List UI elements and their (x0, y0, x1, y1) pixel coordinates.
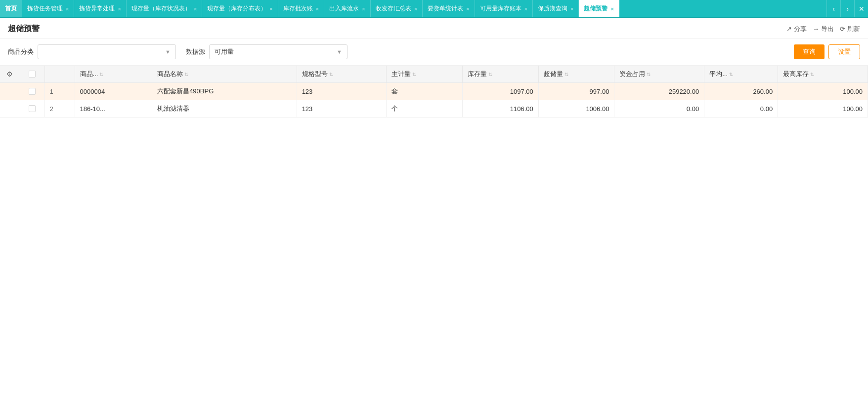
tab-available-account[interactable]: 可用量库存账本 × (475, 0, 533, 18)
chevron-down-icon: ▼ (337, 49, 342, 55)
tab-inout-flow[interactable]: 出入库流水 × (324, 0, 370, 18)
th-overstock[interactable]: 超储量 ⇅ (538, 66, 614, 83)
tab-abnormal-processing[interactable]: 拣货异常处理 × (74, 0, 126, 18)
close-icon[interactable]: × (414, 6, 417, 12)
close-icon[interactable]: × (269, 6, 272, 12)
header-actions: ↗ 分享 → 导出 ⟳ 刷新 (786, 25, 860, 34)
close-icon[interactable]: × (66, 6, 69, 12)
table-row: 2 186-10... 机油滤清器 123 个 1106.00 1006.00 … (0, 100, 868, 118)
filter-buttons: 查询 设置 (794, 44, 860, 59)
close-icon[interactable]: × (524, 6, 527, 12)
close-icon[interactable]: × (362, 6, 365, 12)
sort-icon: ⇅ (412, 72, 416, 77)
share-icon: ↗ (786, 25, 792, 33)
page-title: 超储预警 (8, 24, 40, 34)
row-product-code: 186-10... (75, 100, 152, 118)
settings-icon[interactable]: ⚙ (6, 70, 13, 78)
sort-icon: ⇅ (647, 72, 651, 77)
page-content: 超储预警 ↗ 分享 → 导出 ⟳ 刷新 商品分类 ▼ 数据源 (0, 18, 868, 395)
tab-overstock-warning[interactable]: 超储预警 × (579, 0, 619, 18)
tab-stock-status[interactable]: 现存量（库存状况表） × (127, 0, 202, 18)
close-icon[interactable]: × (118, 6, 121, 12)
nav-home[interactable]: 首页 (0, 0, 22, 18)
category-filter-group: 商品分类 ▼ (8, 44, 176, 59)
tab-shelf-life[interactable]: 保质期查询 × (533, 0, 579, 18)
th-avg[interactable]: 平均... ⇅ (704, 66, 778, 83)
row-checkbox-cell[interactable] (20, 100, 44, 118)
th-unit[interactable]: 主计量 ⇅ (387, 66, 463, 83)
th-settings[interactable]: ⚙ (0, 66, 20, 83)
category-select[interactable]: ▼ (38, 44, 176, 59)
tab-collect-summary[interactable]: 收发存汇总表 × (371, 0, 423, 18)
nav-close-button[interactable]: ✕ (854, 0, 868, 18)
close-icon[interactable]: × (570, 6, 573, 12)
row-maxstock: 100.00 (778, 100, 868, 118)
sort-icon: ⇅ (184, 72, 188, 77)
sort-icon: ⇅ (488, 72, 492, 77)
row-maxstock: 100.00 (778, 83, 868, 100)
sort-icon: ⇅ (729, 72, 733, 77)
row-product-name: 机油滤清器 (152, 100, 297, 118)
tab-picker-tasks[interactable]: 拣货任务管理 × (22, 0, 74, 18)
sort-icon: ⇅ (99, 72, 103, 77)
row-spec: 123 (297, 100, 387, 118)
nav-arrows: ‹ › ✕ (826, 0, 868, 18)
row-checkbox-cell[interactable] (20, 83, 44, 100)
share-button[interactable]: ↗ 分享 (786, 25, 807, 34)
row-product-code: 0000004 (75, 83, 152, 100)
category-label: 商品分类 (8, 47, 34, 56)
datasource-value: 可用量 (215, 47, 234, 56)
sort-icon: ⇅ (564, 72, 568, 77)
nav-next-button[interactable]: › (840, 0, 854, 18)
row-settings-cell (0, 100, 20, 118)
datasource-filter-group: 数据源 可用量 ▼ (186, 44, 347, 59)
table-container: ⚙ 商品... ⇅ (0, 66, 868, 118)
row-unit: 套 (387, 83, 463, 100)
close-icon[interactable]: × (610, 6, 613, 12)
nav-prev-button[interactable]: ‹ (826, 0, 840, 18)
row-capital: 259220.00 (614, 83, 704, 100)
row-number: 1 (44, 83, 75, 100)
export-button[interactable]: → 导出 (813, 25, 834, 34)
sort-icon: ⇅ (810, 72, 814, 77)
row-number: 2 (44, 100, 75, 118)
tab-requisition-stats[interactable]: 要货单统计表 × (423, 0, 475, 18)
filter-area: 商品分类 ▼ 数据源 可用量 ▼ 查询 设置 (0, 39, 868, 66)
row-unit: 个 (387, 100, 463, 118)
row-checkbox[interactable] (29, 105, 36, 112)
sort-icon: ⇅ (329, 72, 333, 77)
refresh-icon: ⟳ (840, 25, 845, 33)
refresh-button[interactable]: ⟳ 刷新 (840, 25, 860, 34)
close-icon[interactable]: × (466, 6, 469, 12)
th-capital[interactable]: 资金占用 ⇅ (614, 66, 704, 83)
tab-batch-account[interactable]: 库存批次账 × (278, 0, 324, 18)
page-header: 超储预警 ↗ 分享 → 导出 ⟳ 刷新 (0, 18, 868, 39)
row-capital: 0.00 (614, 100, 704, 118)
row-stock: 1106.00 (463, 100, 539, 118)
th-num (44, 66, 75, 83)
th-product-code[interactable]: 商品... ⇅ (75, 66, 152, 83)
row-settings-cell (0, 83, 20, 100)
tab-stock-distribution[interactable]: 现存量（库存分布表） × (202, 0, 278, 18)
data-table: ⚙ 商品... ⇅ (0, 66, 868, 118)
th-maxstock[interactable]: 最高库存 ⇅ (778, 66, 868, 83)
query-button[interactable]: 查询 (794, 44, 825, 59)
row-product-name: 六配套新昌490BPG (152, 83, 297, 100)
header-checkbox[interactable] (29, 71, 36, 78)
close-icon[interactable]: × (194, 6, 197, 12)
row-spec: 123 (297, 83, 387, 100)
close-icon[interactable]: × (316, 6, 319, 12)
th-checkbox[interactable] (20, 66, 44, 83)
table-header-row: ⚙ 商品... ⇅ (0, 66, 868, 83)
row-overstock: 997.00 (538, 83, 614, 100)
th-stock[interactable]: 库存量 ⇅ (463, 66, 539, 83)
th-spec[interactable]: 规格型号 ⇅ (297, 66, 387, 83)
th-product-name[interactable]: 商品名称 ⇅ (152, 66, 297, 83)
chevron-down-icon: ▼ (165, 49, 171, 55)
table-row: 1 0000004 六配套新昌490BPG 123 套 1097.00 997.… (0, 83, 868, 100)
export-icon: → (813, 25, 819, 33)
datasource-select[interactable]: 可用量 ▼ (209, 44, 347, 59)
settings-button[interactable]: 设置 (828, 44, 860, 59)
row-stock: 1097.00 (463, 83, 539, 100)
row-checkbox[interactable] (29, 88, 36, 95)
